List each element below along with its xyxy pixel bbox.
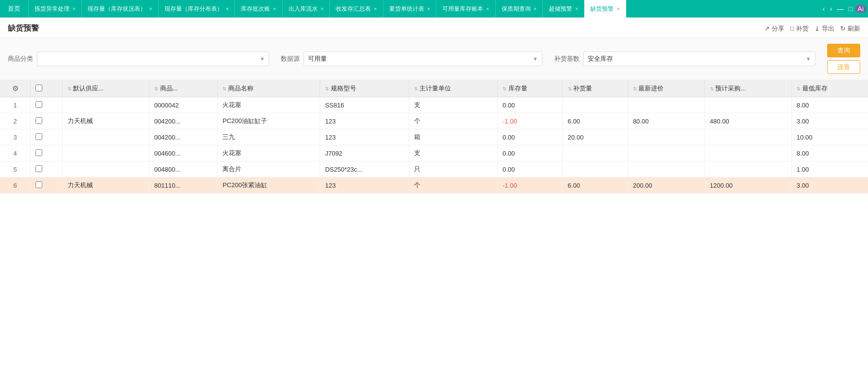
product-name-cell: PC200张紧油缸 [217, 177, 320, 194]
restock-action[interactable]: □ 补货 [790, 24, 809, 33]
tab-shortage[interactable]: 缺货预警 × [584, 0, 626, 18]
default-supplier-cell: 力天机械 [62, 113, 149, 129]
settings-button[interactable]: 设置 [827, 60, 860, 74]
filter-actions: 查询 设置 [827, 44, 860, 74]
close-expiry-query-icon[interactable]: × [534, 6, 537, 12]
default-supplier-cell [62, 97, 149, 113]
tab-batch-account[interactable]: 库存批次账 × [235, 0, 282, 18]
filter-group-category: 商品分类 ▼ [8, 52, 269, 66]
restock-base-select[interactable]: 安全库存 ▼ [583, 52, 815, 66]
unit-cell: 支 [409, 97, 497, 113]
est-purchase-cell [705, 145, 791, 161]
tab-batch-account-label: 库存批次账 [241, 5, 270, 13]
row-checkbox[interactable] [36, 133, 42, 140]
est-purchase-cell [705, 97, 791, 113]
tab-expiry-query[interactable]: 保质期查询 × [496, 0, 543, 18]
product-name-cell: PC200油缸缸子 [217, 113, 320, 129]
spec-cell: J7092 [320, 145, 409, 161]
th-product-code[interactable]: ⇅ 商品... [149, 80, 217, 97]
unit-cell: 支 [409, 145, 497, 161]
filter-group-restock-base: 补货基数 安全库存 ▼ [554, 52, 815, 66]
min-stock-cell: 1.00 [792, 161, 868, 177]
row-num-cell: 5 [0, 161, 31, 177]
row-checkbox[interactable] [36, 165, 42, 172]
unit-cell: 箱 [409, 129, 497, 145]
stock-cell: -1.00 [498, 113, 563, 129]
latest-price-cell [628, 161, 705, 177]
th-est-purchase[interactable]: ⇅ 预计采购... [705, 80, 791, 97]
latest-price-cell: 200.00 [628, 177, 705, 194]
est-purchase-cell [705, 161, 791, 177]
tab-inventory-status[interactable]: 现存量（库存状况表） × [82, 0, 158, 18]
category-chevron-icon: ▼ [259, 56, 265, 62]
ai-badge[interactable]: Ai [855, 5, 866, 13]
stock-cell: 0.00 [498, 97, 563, 113]
tab-prev-button[interactable]: ‹ [820, 5, 828, 13]
tab-home-label: 首页 [8, 4, 20, 13]
close-exception-icon[interactable]: × [72, 6, 75, 12]
tab-home[interactable]: 首页 [0, 0, 29, 18]
min-stock-cell: 8.00 [792, 97, 868, 113]
product-code-cell: 801110... [149, 177, 217, 194]
restock-base-chevron-icon: ▼ [806, 56, 811, 62]
row-num-cell: 2 [0, 113, 31, 129]
share-action[interactable]: ↗ 分享 [764, 24, 784, 33]
th-settings[interactable]: ⚙ [0, 80, 31, 97]
close-batch-account-icon[interactable]: × [273, 6, 276, 12]
close-inventory-dist-icon[interactable]: × [226, 6, 229, 12]
row-checkbox[interactable] [36, 149, 42, 156]
restock-qty-cell [562, 161, 628, 177]
export-icon: ⤓ [814, 25, 820, 32]
row-checkbox[interactable] [36, 101, 42, 108]
tab-inout-flow[interactable]: 出入库流水 × [283, 0, 330, 18]
close-receive-summary-icon[interactable]: × [374, 6, 377, 12]
tab-next-button[interactable]: › [827, 5, 834, 13]
th-latest-price[interactable]: ⇅ 最新进价 [628, 80, 705, 97]
window-maximize-button[interactable]: □ [846, 5, 855, 13]
query-button[interactable]: 查询 [827, 44, 860, 57]
page-content: 缺货预警 ↗ 分享 □ 补货 ⤓ 导出 ↻ 刷新 商品分类 [0, 18, 868, 387]
close-inventory-status-icon[interactable]: × [149, 6, 152, 12]
table-row: 4004600...火花塞J7092支0.008.00 [0, 145, 868, 161]
filter-row: 商品分类 ▼ 数据源 可用量 ▼ 补货基数 安全库存 ▼ 查询 设置 [0, 38, 868, 80]
tab-inventory-dist-label: 现存量（库存分布表） [164, 5, 223, 13]
datasource-select[interactable]: 可用量 ▼ [304, 52, 542, 66]
th-default-supplier[interactable]: ⇅ 默认供应... [62, 80, 149, 97]
row-num-cell: 3 [0, 129, 31, 145]
select-all-checkbox[interactable] [36, 85, 42, 91]
tab-exception[interactable]: 拣货异常处理 × [29, 0, 82, 18]
latest-price-cell [628, 129, 705, 145]
refresh-action[interactable]: ↻ 刷新 [840, 24, 860, 33]
tab-order-stats-label: 要货单统计表 [389, 5, 424, 13]
close-shortage-icon[interactable]: × [616, 6, 619, 12]
close-order-stats-icon[interactable]: × [427, 6, 430, 12]
close-available-ledger-icon[interactable]: × [486, 6, 489, 12]
close-inout-flow-icon[interactable]: × [321, 6, 324, 12]
latest-price-cell [628, 145, 705, 161]
tab-available-ledger[interactable]: 可用量库存账本 × [436, 0, 495, 18]
gear-icon[interactable]: ⚙ [12, 84, 18, 92]
th-spec[interactable]: ⇅ 规格型号 [320, 80, 409, 97]
th-min-stock[interactable]: ⇅ 最低库存 [792, 80, 868, 97]
row-checkbox[interactable] [36, 181, 42, 188]
th-product-name[interactable]: ⇅ 商品名称 [217, 80, 320, 97]
tab-inventory-dist[interactable]: 现存量（库存分布表） × [159, 0, 235, 18]
tab-overstock[interactable]: 超储预警 × [543, 0, 584, 18]
latest-price-cell [628, 97, 705, 113]
min-stock-cell: 3.00 [792, 177, 868, 194]
th-unit[interactable]: ⇅ 主计量单位 [409, 80, 497, 97]
export-action[interactable]: ⤓ 导出 [814, 24, 834, 33]
table-row: 2力天机械004200...PC200油缸缸子123个-1.006.0080.0… [0, 113, 868, 129]
window-minimize-button[interactable]: — [834, 5, 846, 13]
tab-order-stats[interactable]: 要货单统计表 × [383, 0, 436, 18]
close-overstock-icon[interactable]: × [575, 6, 578, 12]
category-select[interactable]: ▼ [37, 52, 269, 66]
restock-qty-cell: 6.00 [562, 177, 628, 194]
th-restock-qty[interactable]: ⇅ 补货量 [562, 80, 628, 97]
est-purchase-cell [705, 129, 791, 145]
row-checkbox[interactable] [36, 117, 42, 124]
tab-receive-summary[interactable]: 收发存汇总表 × [330, 0, 383, 18]
product-name-cell: 三九 [217, 129, 320, 145]
th-stock[interactable]: ⇅ 库存量 [498, 80, 563, 97]
share-icon: ↗ [764, 25, 770, 32]
